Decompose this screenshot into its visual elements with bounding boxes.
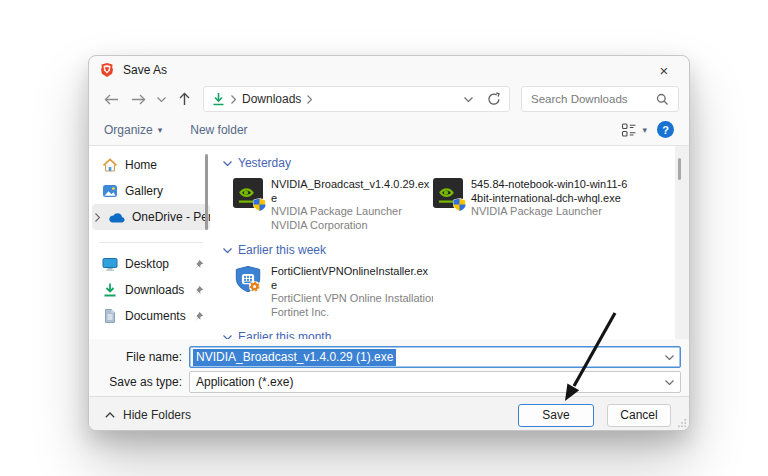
title-bar: Save As × (89, 56, 689, 84)
chevron-down-icon[interactable] (665, 380, 674, 385)
file-description: NVIDIA Package Launcher (271, 205, 433, 219)
expand-chevron-icon[interactable] (95, 213, 100, 222)
save-as-type-value: Application (*.exe) (196, 375, 293, 389)
back-icon (104, 94, 119, 105)
sidebar-item-home[interactable]: Home (89, 152, 213, 178)
home-icon (102, 157, 118, 173)
chevron-right-icon[interactable] (307, 95, 312, 104)
file-name: 545.84-notebook-win10-win11-64bit-intern… (471, 178, 633, 205)
sidebar-scrollbar[interactable] (205, 154, 208, 230)
file-item[interactable]: FortiClientVPNOnlineInstaller.exe FortiC… (233, 265, 433, 319)
new-folder-label: New folder (190, 123, 247, 137)
file-description: FortiClient VPN Online Installation (271, 292, 433, 306)
onedrive-icon (107, 211, 125, 223)
search-input[interactable] (531, 93, 656, 105)
sidebar-item-desktop[interactable]: Desktop (89, 251, 213, 277)
up-icon (179, 92, 190, 106)
sidebar-item-label: Downloads (125, 283, 184, 297)
help-icon[interactable]: ? (657, 121, 674, 138)
downloads-icon (102, 282, 118, 298)
back-button[interactable] (99, 87, 123, 111)
search-icon (656, 93, 669, 106)
recent-locations-chevron-icon (157, 97, 166, 102)
navigation-row: Downloads (89, 84, 689, 114)
screenshot-stage: Save As × Downloads (0, 0, 768, 476)
pin-icon (193, 311, 213, 322)
file-company: NVIDIA Corporation (271, 219, 433, 233)
forticlient-icon (233, 265, 263, 295)
file-description: NVIDIA Package Launcher (471, 205, 633, 219)
fields-area: File name: NVIDIA_Broadcast_v1.4.0.29 (1… (89, 339, 689, 396)
chevron-up-icon (105, 412, 115, 418)
chevron-down-icon: ▾ (158, 125, 163, 135)
address-dropdown-chevron-icon[interactable] (464, 97, 473, 102)
chevron-down-icon (223, 248, 232, 253)
file-name-input[interactable]: NVIDIA_Broadcast_v1.4.0.29 (1).exe (189, 346, 681, 368)
chevron-down-icon: ▾ (642, 125, 647, 135)
forward-button[interactable] (126, 87, 150, 111)
recent-locations-button[interactable] (153, 87, 169, 111)
sidebar-item-downloads[interactable]: Downloads (89, 277, 213, 303)
group-label: Earlier this month (238, 330, 331, 339)
breadcrumb-folder[interactable]: Downloads (242, 92, 301, 106)
chevron-down-icon[interactable] (665, 355, 674, 360)
up-button[interactable] (172, 87, 196, 111)
save-as-type-select[interactable]: Application (*.exe) (189, 371, 681, 393)
nvidia-installer-icon (433, 178, 463, 208)
sidebar-item-label: Desktop (125, 257, 169, 271)
pin-icon (193, 285, 213, 296)
sidebar-item-gallery[interactable]: Gallery (89, 178, 213, 204)
organize-label: Organize (104, 123, 153, 137)
refresh-icon[interactable] (487, 92, 501, 106)
dialog-footer: Hide Folders Save Cancel (89, 396, 689, 431)
forward-icon (131, 94, 146, 105)
file-item[interactable]: NVIDIA_Broadcast_v1.4.0.29.exe NVIDIA Pa… (233, 178, 433, 232)
search-box[interactable] (521, 86, 679, 112)
sidebar-item-label: OneDrive - Personal (132, 210, 210, 224)
sidebar-item-documents[interactable]: Documents (89, 303, 213, 329)
window-title: Save As (123, 63, 167, 77)
resize-grip[interactable] (678, 419, 687, 428)
sidebar-item-label: Gallery (125, 184, 163, 198)
group-header-earlier-this-month[interactable]: Earlier this month (223, 330, 689, 339)
file-name-label: File name: (89, 350, 189, 364)
documents-icon (102, 308, 118, 324)
address-bar[interactable]: Downloads (203, 86, 510, 112)
downloads-folder-icon (212, 92, 225, 106)
close-button[interactable]: × (649, 59, 679, 81)
save-as-dialog: Save As × Downloads (88, 55, 690, 431)
file-list-scrollbar-track[interactable] (675, 146, 689, 339)
group-label: Yesterday (238, 156, 291, 170)
organize-button[interactable]: Organize ▾ (104, 123, 162, 137)
file-item[interactable]: 545.84-notebook-win10-win11-64bit-intern… (433, 178, 633, 232)
chevron-down-icon (223, 161, 232, 166)
pin-icon (193, 259, 213, 270)
group-header-earlier-this-week[interactable]: Earlier this week (223, 243, 689, 257)
file-name: NVIDIA_Broadcast_v1.4.0.29.exe (271, 178, 433, 205)
uac-shield-icon (253, 198, 266, 211)
uac-shield-icon (453, 198, 466, 211)
file-list: Yesterday NVIDIA_Broadcast_v1.4.0.29.exe… (213, 146, 689, 339)
desktop-icon (102, 256, 118, 272)
view-options-button[interactable]: ▾ (621, 122, 647, 138)
hide-folders-button[interactable]: Hide Folders (105, 408, 191, 422)
chevron-down-icon (223, 335, 232, 340)
save-button[interactable]: Save (518, 404, 594, 427)
file-list-scrollbar-thumb[interactable] (678, 158, 681, 180)
dialog-body: Home Gallery OneDrive - Personal Desktop (89, 146, 689, 339)
navigation-pane: Home Gallery OneDrive - Personal Desktop (89, 146, 213, 339)
gallery-icon (102, 183, 118, 199)
command-toolbar: Organize ▾ New folder ▾ ? (89, 114, 689, 146)
chevron-right-icon (231, 95, 236, 104)
cancel-button[interactable]: Cancel (607, 404, 671, 427)
group-header-yesterday[interactable]: Yesterday (223, 156, 689, 170)
file-name: FortiClientVPNOnlineInstaller.exe (271, 265, 433, 292)
hide-folders-label: Hide Folders (123, 408, 191, 422)
sidebar-separator (99, 242, 203, 243)
sidebar-item-onedrive[interactable]: OneDrive - Personal (92, 204, 210, 230)
new-folder-button[interactable]: New folder (190, 123, 247, 137)
sidebar-item-label: Home (125, 158, 157, 172)
nvidia-installer-icon (233, 178, 263, 208)
sidebar-item-label: Documents (125, 309, 186, 323)
view-options-icon (621, 122, 637, 138)
